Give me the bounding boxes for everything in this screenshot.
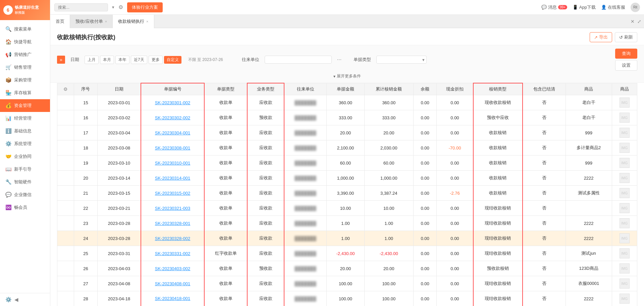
sidebar-item-system[interactable]: ⚙️系统管理 bbox=[0, 137, 50, 150]
cell-no: 19 bbox=[74, 156, 97, 171]
sidebar-item-sales[interactable]: 🛒销售管理 bbox=[0, 61, 50, 74]
cell-goods-img: IMG bbox=[612, 231, 637, 246]
date-7days[interactable]: 近7天 bbox=[131, 56, 147, 64]
sidebar-label-sales: 销售管理 bbox=[14, 64, 32, 70]
cell-doc-no[interactable]: SK-20230403-002 bbox=[141, 261, 204, 276]
doc-no-link[interactable]: SK-20230418-001 bbox=[155, 296, 191, 301]
doc-no-link[interactable]: SK-20230328-002 bbox=[155, 236, 191, 241]
cell-no: 25 bbox=[74, 246, 97, 261]
query-button[interactable]: 查询 bbox=[615, 49, 637, 59]
date-custom-btn[interactable]: 自定义 bbox=[164, 56, 181, 64]
dots-icon[interactable]: ··· bbox=[337, 57, 341, 63]
sidebar-item-operation[interactable]: 📊经营管理 bbox=[0, 112, 50, 125]
doc-no-link[interactable]: SK-20230331-002 bbox=[155, 251, 191, 256]
date-this-month[interactable]: 本月 bbox=[100, 56, 114, 64]
app-download-btn[interactable]: 📱 App下载 bbox=[573, 4, 596, 10]
cell-doc-no[interactable]: SK-20230308-001 bbox=[141, 140, 204, 156]
collapse-icon[interactable]: ◀ bbox=[14, 297, 18, 303]
message-btn[interactable]: 💬 消息 99+ bbox=[541, 4, 567, 10]
service-btn[interactable]: 👤 在线客服 bbox=[601, 4, 625, 10]
settings-icon[interactable]: ⚙ bbox=[63, 86, 68, 92]
export-button[interactable]: ↗ 导出 bbox=[590, 32, 612, 42]
counterparty-input[interactable] bbox=[265, 56, 332, 64]
doc-no-link[interactable]: SK-20230308-001 bbox=[155, 145, 191, 150]
tab-close-writeoff[interactable]: × bbox=[146, 19, 148, 23]
sidebar: 6 畅康道好生意 标推版 🔍搜索菜单🏠快捷导航📢营销推广🛒销售管理📦采购管理🏪库… bbox=[0, 0, 50, 306]
setting-button[interactable]: 设置 bbox=[615, 60, 637, 71]
sidebar-item-purchase[interactable]: 📦采购管理 bbox=[0, 74, 50, 86]
close-all-icon[interactable]: ✕ bbox=[631, 19, 635, 24]
doc-no-link[interactable]: SK-20230304-001 bbox=[155, 130, 191, 135]
tab-close-receivable[interactable]: × bbox=[105, 19, 107, 23]
inventory-icon: 🏪 bbox=[5, 90, 11, 96]
sidebar-item-wechat[interactable]: 💬企业微信 bbox=[0, 188, 50, 201]
doc-no-link[interactable]: SK-20230403-002 bbox=[155, 266, 191, 271]
date-this-year[interactable]: 本年 bbox=[115, 56, 129, 64]
date-more[interactable]: 更多 bbox=[149, 56, 163, 64]
cell-doc-amount: 360.00 bbox=[327, 95, 364, 110]
cell-date: 2023-03-14 bbox=[97, 171, 141, 186]
cell-balance: 0.00 bbox=[413, 125, 436, 140]
tab-receivable[interactable]: 预收/应收付单× bbox=[70, 15, 113, 28]
sidebar-item-quicknav[interactable]: 🏠快捷导航 bbox=[0, 36, 50, 48]
col-header-counterparty: 往来单位 bbox=[284, 83, 327, 95]
tab-home[interactable]: 首页 bbox=[50, 15, 70, 28]
filter-collapse-btn[interactable]: » bbox=[57, 56, 65, 64]
chevron-down-icon[interactable]: ▾ bbox=[112, 5, 114, 10]
sidebar-item-member[interactable]: ♾️畅会员 bbox=[0, 201, 50, 214]
cell-settings bbox=[57, 171, 74, 186]
sidebar-item-basic[interactable]: ℹ️基础信息 bbox=[0, 125, 50, 137]
doc-no-link[interactable]: SK-20230328-001 bbox=[155, 221, 191, 226]
sidebar-item-enterprise[interactable]: 🤝企业协同 bbox=[0, 150, 50, 163]
doc-no-link[interactable]: SK-20230408-001 bbox=[155, 281, 191, 286]
cell-doc-no[interactable]: SK-20230321-003 bbox=[141, 201, 204, 216]
sidebar-item-hardware[interactable]: 🔧智能硬件 bbox=[0, 176, 50, 188]
cell-doc-no[interactable]: SK-20230315-002 bbox=[141, 186, 204, 201]
cell-counterparty: ███████ bbox=[284, 231, 327, 246]
sidebar-item-search[interactable]: 🔍搜索菜单 bbox=[0, 23, 50, 36]
cell-counterparty: ███████ bbox=[284, 216, 327, 231]
cell-cash-discount: -70.00 bbox=[437, 140, 473, 156]
cell-doc-no[interactable]: SK-20230304-001 bbox=[141, 125, 204, 140]
gear-icon[interactable]: ⚙ bbox=[118, 4, 123, 10]
expand-conditions-btn[interactable]: ▾ 展开更多条件 bbox=[333, 73, 361, 79]
sidebar-item-finance[interactable]: 💰资金管理 bbox=[0, 99, 50, 112]
cell-doc-no[interactable]: SK-20230408-001 bbox=[141, 276, 204, 291]
cell-cash-discount: 0.00 bbox=[437, 261, 473, 276]
doc-type-select[interactable] bbox=[376, 56, 427, 64]
cell-doc-type: 收款单 bbox=[204, 261, 248, 276]
cell-date: 2023-03-15 bbox=[97, 186, 141, 201]
cell-settings bbox=[57, 246, 74, 261]
date-prev-month[interactable]: 上月 bbox=[85, 56, 99, 64]
page-header: 收款核销执行(按收款) ↗ 导出 ↺ 刷新 bbox=[50, 28, 644, 45]
refresh-button[interactable]: ↺ 刷新 bbox=[615, 32, 637, 42]
sidebar-item-marketing[interactable]: 📢营销推广 bbox=[0, 48, 50, 61]
search-input[interactable] bbox=[54, 3, 108, 11]
cell-doc-no[interactable]: SK-20230418-001 bbox=[141, 291, 204, 306]
cell-doc-no[interactable]: SK-20230314-001 bbox=[141, 171, 204, 186]
tab-writeoff[interactable]: 收款核销执行× bbox=[113, 15, 154, 28]
doc-no-link[interactable]: SK-20230314-001 bbox=[155, 176, 191, 181]
doc-no-link[interactable]: SK-20230321-003 bbox=[155, 206, 191, 211]
doc-no-link[interactable]: SK-20230310-001 bbox=[155, 161, 191, 166]
cell-doc-no[interactable]: SK-20230302-002 bbox=[141, 110, 204, 125]
cell-doc-no[interactable]: SK-20230301-002 bbox=[141, 95, 204, 110]
cell-settings bbox=[57, 95, 74, 110]
maximize-icon[interactable]: ⤢ bbox=[637, 19, 641, 24]
cell-doc-no[interactable]: SK-20230328-001 bbox=[141, 216, 204, 231]
cell-biz-type: 应收款 bbox=[247, 246, 284, 261]
cell-doc-no[interactable]: SK-20230328-002 bbox=[141, 231, 204, 246]
counterparty-value: ███████ bbox=[294, 115, 316, 120]
settings-icon[interactable]: ⚙️ bbox=[5, 297, 12, 303]
cell-doc-no[interactable]: SK-20230331-002 bbox=[141, 246, 204, 261]
cell-include-cleared: 否 bbox=[523, 125, 566, 140]
industry-btn[interactable]: 体验行业方案 bbox=[127, 2, 163, 12]
doc-no-link[interactable]: SK-20230301-002 bbox=[155, 100, 191, 105]
doc-no-link[interactable]: SK-20230302-002 bbox=[155, 115, 191, 120]
doc-no-link[interactable]: SK-20230315-002 bbox=[155, 191, 191, 196]
sidebar-item-guide[interactable]: 📖新手引导 bbox=[0, 163, 50, 176]
sidebar-item-inventory[interactable]: 🏪库存核算 bbox=[0, 86, 50, 99]
cell-doc-no[interactable]: SK-20230310-001 bbox=[141, 156, 204, 171]
avatar[interactable]: Rit bbox=[631, 3, 640, 12]
cell-goods: 999 bbox=[566, 125, 612, 140]
